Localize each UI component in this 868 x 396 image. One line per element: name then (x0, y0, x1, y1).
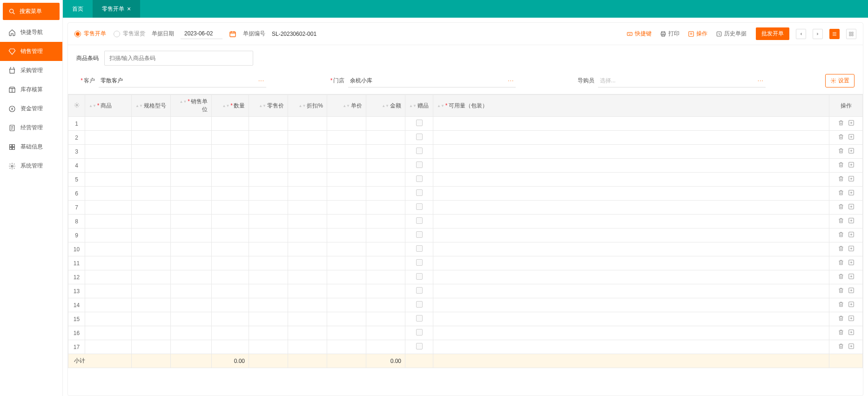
add-row-button[interactable] (848, 161, 855, 168)
cell[interactable] (171, 326, 212, 340)
add-row-button[interactable] (848, 134, 855, 140)
guide-picker-icon[interactable]: ··· (758, 77, 764, 84)
table-row[interactable]: 7 (68, 201, 863, 215)
cell[interactable] (132, 187, 171, 201)
cell[interactable] (366, 159, 405, 173)
guide-field[interactable]: 选择... ··· (598, 74, 766, 87)
cell[interactable] (366, 326, 405, 340)
cell[interactable] (327, 312, 366, 326)
cell[interactable] (327, 270, 366, 284)
cell[interactable] (288, 242, 327, 256)
cell[interactable] (212, 201, 249, 215)
cell[interactable] (171, 228, 212, 242)
cell[interactable] (171, 256, 212, 270)
sort-icon[interactable]: ▲▼ (437, 105, 444, 107)
cell[interactable] (288, 117, 327, 131)
cell[interactable] (327, 159, 366, 173)
col-header-7[interactable]: ▲▼单价 (327, 95, 366, 117)
delete-row-button[interactable] (838, 161, 844, 168)
add-row-button[interactable] (848, 343, 855, 349)
gift-checkbox[interactable] (416, 161, 423, 168)
cell[interactable] (249, 187, 288, 201)
cell[interactable] (249, 340, 288, 354)
cell[interactable] (212, 145, 249, 159)
barcode-input[interactable] (104, 51, 253, 66)
cell[interactable] (132, 159, 171, 173)
cell-available[interactable] (433, 312, 829, 326)
close-icon[interactable]: × (127, 5, 131, 13)
cell[interactable] (288, 256, 327, 270)
sort-icon[interactable]: ▲▼ (259, 105, 266, 107)
cell[interactable] (327, 340, 366, 354)
cell[interactable] (366, 187, 405, 201)
date-value[interactable]: 2023-06-02 (181, 28, 222, 39)
sort-icon[interactable]: ▲▼ (409, 105, 417, 107)
cell[interactable] (85, 242, 132, 256)
cell[interactable] (327, 298, 366, 312)
cell[interactable] (249, 284, 288, 298)
cell[interactable] (366, 284, 405, 298)
nav-item-3[interactable]: 库存核算 (0, 80, 62, 99)
sort-icon[interactable]: ▲▼ (179, 101, 187, 103)
add-row-button[interactable] (848, 273, 855, 280)
cell[interactable] (249, 201, 288, 215)
cell[interactable] (212, 298, 249, 312)
cell-available[interactable] (433, 117, 829, 131)
nav-item-6[interactable]: 基础信息 (0, 137, 62, 156)
cell-available[interactable] (433, 284, 829, 298)
gift-checkbox[interactable] (416, 203, 423, 210)
customer-picker-icon[interactable]: ··· (258, 77, 264, 84)
cell[interactable] (288, 215, 327, 228)
cell[interactable] (132, 284, 171, 298)
cell[interactable] (132, 298, 171, 312)
cell[interactable] (85, 117, 132, 131)
cell[interactable] (288, 326, 327, 340)
cell[interactable] (366, 298, 405, 312)
gift-checkbox[interactable] (416, 189, 423, 196)
doc-type-radio-0[interactable]: 零售开单 (74, 30, 106, 38)
cell[interactable] (327, 242, 366, 256)
delete-row-button[interactable] (838, 217, 844, 224)
cell[interactable] (212, 326, 249, 340)
cell[interactable] (132, 256, 171, 270)
cell[interactable] (249, 256, 288, 270)
cell[interactable] (132, 242, 171, 256)
cell-available[interactable] (433, 215, 829, 228)
cell[interactable] (366, 228, 405, 242)
delete-row-button[interactable] (838, 231, 844, 238)
cell[interactable] (249, 159, 288, 173)
cell[interactable] (288, 145, 327, 159)
gift-checkbox[interactable] (416, 245, 423, 252)
cell[interactable] (212, 117, 249, 131)
gear-icon[interactable] (74, 102, 80, 108)
cell[interactable] (212, 340, 249, 354)
delete-row-button[interactable] (838, 134, 844, 140)
sort-icon[interactable]: ▲▼ (343, 105, 350, 107)
cell[interactable] (366, 215, 405, 228)
cell[interactable] (85, 131, 132, 145)
cell[interactable] (132, 173, 171, 187)
cell[interactable] (249, 326, 288, 340)
cell-available[interactable] (433, 201, 829, 215)
settings-button[interactable]: 设置 (825, 74, 855, 87)
cell-available[interactable] (433, 326, 829, 340)
delete-row-button[interactable] (838, 301, 844, 308)
cell[interactable] (171, 298, 212, 312)
cell[interactable] (288, 298, 327, 312)
col-header-2[interactable]: ▲▼规格型号 (132, 95, 171, 117)
gift-checkbox[interactable] (416, 273, 423, 280)
table-row[interactable]: 16 (68, 326, 863, 340)
cell-available[interactable] (433, 270, 829, 284)
table-row[interactable]: 11 (68, 256, 863, 270)
add-row-button[interactable] (848, 231, 855, 238)
cell[interactable] (212, 256, 249, 270)
tab-1[interactable]: 零售开单× (93, 0, 140, 18)
add-row-button[interactable] (848, 120, 855, 126)
gift-checkbox[interactable] (416, 120, 423, 126)
cell[interactable] (212, 159, 249, 173)
cell[interactable] (366, 312, 405, 326)
cell[interactable] (249, 117, 288, 131)
cell[interactable] (288, 284, 327, 298)
gift-checkbox[interactable] (416, 217, 423, 224)
cell-available[interactable] (433, 228, 829, 242)
